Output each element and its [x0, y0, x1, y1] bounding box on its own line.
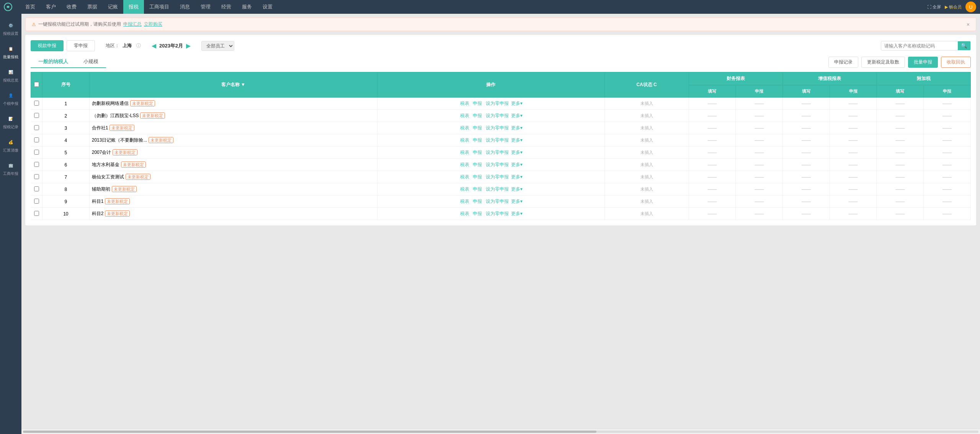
op-zero-declare[interactable]: 设为零申报	[486, 125, 509, 131]
op-zero-declare[interactable]: 设为零申报	[486, 150, 509, 155]
batch-declare-button[interactable]: 批量申报	[908, 57, 938, 68]
sidebar-item-business-annual[interactable]: 🏢 工商年报	[0, 157, 21, 180]
collect-receipt-button[interactable]: 收取回执	[941, 57, 971, 68]
op-declare[interactable]: 申报	[473, 186, 482, 192]
nav-message[interactable]: 消息	[175, 0, 195, 14]
buy-link[interactable]: 立即购买	[144, 21, 162, 28]
tab-tax-declare[interactable]: 税款申报	[31, 40, 64, 51]
row-client-name[interactable]: 地方水利基金未更新税定	[89, 159, 377, 171]
op-zero-declare[interactable]: 设为零申报	[486, 101, 509, 106]
nav-bookkeep[interactable]: 记账	[103, 0, 123, 14]
op-taxtable[interactable]: 税表	[460, 101, 469, 106]
op-declare[interactable]: 申报	[473, 162, 482, 167]
search-input[interactable]	[881, 42, 958, 50]
nav-tax[interactable]: 报税	[123, 0, 144, 14]
update-tax-button[interactable]: 更新税定及取数	[861, 57, 905, 68]
op-zero-declare[interactable]: 设为零申报	[486, 113, 509, 118]
date-next-button[interactable]: ▶	[186, 42, 191, 49]
date-prev-button[interactable]: ◀	[152, 42, 156, 49]
nav-business[interactable]: 工商项目	[144, 0, 175, 14]
op-declare[interactable]: 申报	[473, 113, 482, 118]
nav-settings[interactable]: 设置	[257, 0, 278, 14]
summary-link[interactable]: 申报汇总	[123, 21, 142, 28]
row-checkbox-6[interactable]	[34, 174, 39, 179]
sidebar-item-batch-tax[interactable]: 📋 批量报税	[0, 40, 21, 64]
op-taxtable[interactable]: 税表	[460, 211, 469, 216]
op-zero-declare[interactable]: 设为零申报	[486, 186, 509, 192]
op-more[interactable]: 更多▾	[511, 101, 523, 106]
op-taxtable[interactable]: 税表	[460, 137, 469, 143]
op-zero-declare[interactable]: 设为零申报	[486, 199, 509, 204]
info-icon[interactable]: ⓘ	[136, 42, 141, 49]
op-more[interactable]: 更多▾	[511, 162, 523, 167]
sidebar-item-tax-overview[interactable]: 📊 报税总览	[0, 64, 21, 87]
op-declare[interactable]: 申报	[473, 125, 482, 131]
op-zero-declare[interactable]: 设为零申报	[486, 137, 509, 143]
row-checkbox-7[interactable]	[34, 186, 39, 191]
op-more[interactable]: 更多▾	[511, 186, 523, 192]
row-client-name[interactable]: 辅助期初未更新税定	[89, 183, 377, 196]
sub-tab-small[interactable]: 小规模	[76, 56, 106, 68]
op-declare[interactable]: 申报	[473, 137, 482, 143]
fullscreen-button[interactable]: ⛶ 全屏	[927, 4, 941, 10]
nav-manage[interactable]: 管理	[195, 0, 216, 14]
staff-selector[interactable]: 全部员工	[201, 41, 234, 51]
nav-invoice[interactable]: 票据	[82, 0, 103, 14]
row-client-name[interactable]: 勿删新税网络通信未更新税定	[89, 98, 377, 110]
op-taxtable[interactable]: 税表	[460, 125, 469, 131]
nav-operation[interactable]: 经营	[216, 0, 237, 14]
op-taxtable[interactable]: 税表	[460, 186, 469, 192]
op-more[interactable]: 更多▾	[511, 150, 523, 155]
op-more[interactable]: 更多▾	[511, 137, 523, 143]
op-taxtable[interactable]: 税表	[460, 162, 469, 167]
row-client-name[interactable]: 科目1未更新税定	[89, 196, 377, 208]
op-zero-declare[interactable]: 设为零申报	[486, 211, 509, 216]
row-checkbox-4[interactable]	[34, 150, 39, 155]
op-declare[interactable]: 申报	[473, 199, 482, 204]
row-client-name[interactable]: 合作社1未更新税定	[89, 122, 377, 134]
row-checkbox-1[interactable]	[34, 113, 39, 118]
nav-service[interactable]: 服务	[237, 0, 257, 14]
op-declare[interactable]: 申报	[473, 174, 482, 179]
row-client-name[interactable]: 杨仙女工资测试未更新税定	[89, 171, 377, 183]
op-zero-declare[interactable]: 设为零申报	[486, 162, 509, 167]
op-declare[interactable]: 申报	[473, 101, 482, 106]
op-declare[interactable]: 申报	[473, 211, 482, 216]
row-client-name[interactable]: （勿删）江西脱宝-LSS未更新税定	[89, 110, 377, 122]
row-checkbox-2[interactable]	[34, 125, 39, 130]
row-checkbox-8[interactable]	[34, 199, 39, 204]
op-taxtable[interactable]: 税表	[460, 150, 469, 155]
op-more[interactable]: 更多▾	[511, 174, 523, 179]
nav-home[interactable]: 首页	[20, 0, 41, 14]
select-all-checkbox[interactable]	[34, 82, 39, 87]
sidebar-item-personal-tax[interactable]: 👤 个税申报	[0, 87, 21, 110]
op-more[interactable]: 更多▾	[511, 125, 523, 131]
op-taxtable[interactable]: 税表	[460, 199, 469, 204]
op-more[interactable]: 更多▾	[511, 113, 523, 118]
banner-close-button[interactable]: ×	[967, 21, 970, 28]
nav-fee[interactable]: 收费	[61, 0, 82, 14]
search-button[interactable]: 🔍	[958, 41, 970, 50]
sub-tab-general[interactable]: 一般的纳税人	[31, 56, 76, 68]
avatar[interactable]: U	[965, 2, 976, 12]
row-client-name[interactable]: 2007会计未更新税定	[89, 147, 377, 159]
op-taxtable[interactable]: 税表	[460, 174, 469, 179]
row-client-name[interactable]: 2013日记账（不要删除验...未更新税定	[89, 134, 377, 147]
row-checkbox-3[interactable]	[34, 137, 39, 142]
row-checkbox-0[interactable]	[34, 101, 39, 106]
declare-records-button[interactable]: 申报记录	[828, 57, 858, 68]
upgrade-button[interactable]: ▶ 畅会员	[945, 4, 962, 10]
sidebar-item-tax-settings[interactable]: ⚙️ 报税设置	[0, 17, 21, 40]
op-more[interactable]: 更多▾	[511, 211, 523, 216]
op-declare[interactable]: 申报	[473, 150, 482, 155]
row-client-name[interactable]: 科目2未更新税定	[89, 208, 377, 220]
horizontal-scrollbar[interactable]	[21, 429, 980, 434]
tab-zero-declare[interactable]: 零申报	[67, 40, 95, 51]
nav-customer[interactable]: 客户	[41, 0, 61, 14]
op-more[interactable]: 更多▾	[511, 199, 523, 204]
row-checkbox-9[interactable]	[34, 211, 39, 216]
op-taxtable[interactable]: 税表	[460, 113, 469, 118]
row-checkbox-5[interactable]	[34, 162, 39, 167]
sidebar-item-annual-settle[interactable]: 💰 汇算清缴	[0, 134, 21, 157]
sidebar-item-tax-records[interactable]: 📝 报税记录	[0, 110, 21, 134]
